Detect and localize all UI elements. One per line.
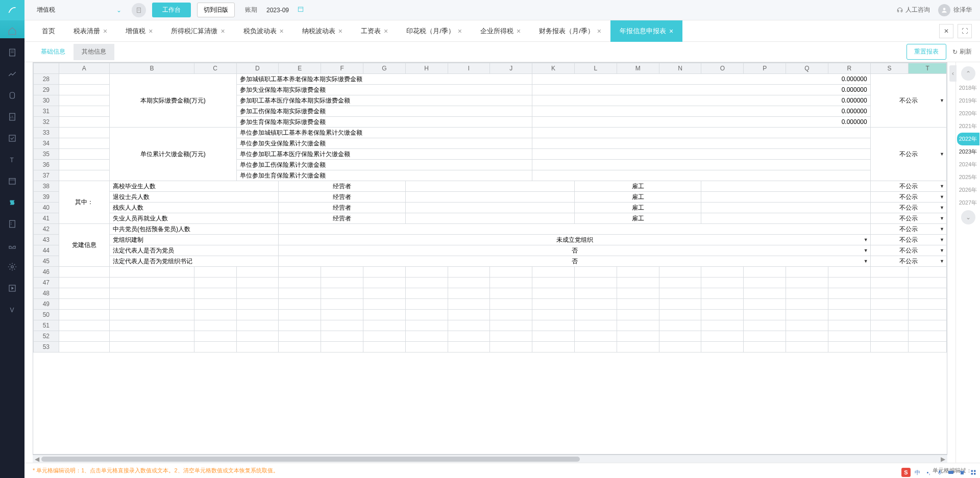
tab-3[interactable]: 所得税汇算清缴× <box>162 20 234 42</box>
col-header-E[interactable]: E <box>279 63 321 74</box>
horizontal-scrollbar[interactable]: ◀ ▶ <box>33 455 947 463</box>
tab-6[interactable]: 工资表× <box>352 20 397 42</box>
tab-4[interactable]: 税负波动表× <box>234 20 293 42</box>
col-header-T[interactable]: T <box>909 63 947 74</box>
col-header-L[interactable]: L <box>575 63 617 74</box>
subtab-1[interactable]: 其他信息 <box>74 44 114 60</box>
col-header-O[interactable]: O <box>701 63 744 74</box>
doc-icon[interactable] <box>132 3 146 17</box>
tab-10[interactable]: 年报信息申报表× <box>610 20 682 42</box>
calendar-icon[interactable] <box>297 6 304 14</box>
svg-rect-11 <box>10 220 15 228</box>
subtab-0[interactable]: 基础信息 <box>33 44 74 60</box>
nav-chart[interactable] <box>0 63 24 85</box>
reset-report-button[interactable]: 重置报表 <box>906 44 946 60</box>
tab-close-icon[interactable]: × <box>280 27 284 35</box>
col-header-K[interactable]: K <box>532 63 575 74</box>
col-header-N[interactable]: N <box>659 63 701 74</box>
tab-close-icon[interactable]: × <box>384 27 388 35</box>
tab-0[interactable]: 首页 <box>33 20 64 42</box>
nav-money[interactable] <box>0 85 24 106</box>
year-2022年[interactable]: 2022年 <box>957 133 979 145</box>
old-version-button[interactable]: 切到旧版 <box>197 3 235 17</box>
nav-doc[interactable] <box>0 42 24 63</box>
svg-rect-27 <box>974 470 976 472</box>
nav-v[interactable]: V <box>0 299 24 320</box>
year-2024年[interactable]: 2024年 <box>957 158 979 171</box>
nav-text[interactable]: T <box>0 149 24 170</box>
user-menu[interactable]: 徐泽华 <box>938 4 972 16</box>
col-header-G[interactable]: G <box>363 63 405 74</box>
year-2019年[interactable]: 2019年 <box>957 94 979 107</box>
tab-close-icon[interactable]: × <box>517 27 521 35</box>
company-selector[interactable]: 增值税 ⌄ <box>33 6 126 14</box>
period-value[interactable]: 2023-09 <box>266 7 289 14</box>
tab-close-icon[interactable]: × <box>669 27 673 35</box>
tab-9[interactable]: 财务报表（月/季）× <box>530 20 610 42</box>
svg-rect-24 <box>939 470 941 473</box>
year-2020年[interactable]: 2020年 <box>957 107 979 120</box>
ime-s-icon[interactable]: S <box>901 468 911 477</box>
ime-zh-icon[interactable]: 中 <box>913 468 922 477</box>
ime-grid-icon[interactable] <box>969 468 978 477</box>
tab-close-icon[interactable]: × <box>458 27 462 35</box>
nav-report[interactable] <box>0 106 24 128</box>
ime-punct-icon[interactable]: •, <box>924 468 933 477</box>
year-2025年[interactable]: 2025年 <box>957 171 979 184</box>
year-down-button[interactable]: ⌄ <box>961 210 975 224</box>
app-logo <box>0 0 24 20</box>
year-panel: ⌃ 2018年2019年2020年2021年2022年2023年2024年202… <box>955 62 980 463</box>
col-header-M[interactable]: M <box>617 63 659 74</box>
tab-close-icon[interactable]: × <box>220 27 225 35</box>
ime-mic-icon[interactable] <box>935 468 944 477</box>
col-header-C[interactable]: C <box>194 63 236 74</box>
col-header-Q[interactable]: Q <box>786 63 828 74</box>
nav-check[interactable] <box>0 128 24 149</box>
col-header-H[interactable]: H <box>405 63 448 74</box>
tab-close-icon[interactable]: × <box>149 27 153 35</box>
col-header-A[interactable]: A <box>59 63 109 74</box>
tab-7[interactable]: 印花税（月/季）× <box>397 20 471 42</box>
col-header-F[interactable]: F <box>321 63 363 74</box>
col-header-J[interactable]: J <box>490 63 532 74</box>
tab-8[interactable]: 企业所得税× <box>471 20 530 42</box>
period-label: 账期 <box>245 6 257 14</box>
tab-close-icon[interactable]: × <box>597 27 601 35</box>
year-2027年[interactable]: 2027年 <box>957 196 979 209</box>
year-2018年[interactable]: 2018年 <box>957 82 979 94</box>
nav-tax[interactable] <box>0 192 24 213</box>
year-2023年[interactable]: 2023年 <box>957 145 979 158</box>
tab-1[interactable]: 税表清册× <box>64 20 116 42</box>
company-select-label: 增值税 <box>37 6 55 14</box>
tab-close-icon[interactable]: × <box>103 27 107 35</box>
col-header-D[interactable]: D <box>236 63 279 74</box>
topbar: 增值税 ⌄ 工作台 切到旧版 账期 2023-09 人工咨询 <box>24 0 980 20</box>
collapse-year-panel[interactable]: ‹ <box>949 65 957 82</box>
nav-inbox[interactable] <box>0 235 24 256</box>
ime-keyboard-icon[interactable] <box>946 468 955 477</box>
nav-home[interactable] <box>0 20 24 42</box>
consult-link[interactable]: 人工咨询 <box>896 6 930 14</box>
expand-tab-button[interactable]: ⛶ <box>958 24 972 38</box>
tab-2[interactable]: 增值税× <box>116 20 162 42</box>
col-header-R[interactable]: R <box>828 63 870 74</box>
col-header-P[interactable]: P <box>744 63 786 74</box>
nav-play[interactable] <box>0 278 24 299</box>
nav-form[interactable] <box>0 213 24 235</box>
col-header-I[interactable]: I <box>448 63 490 74</box>
col-header-B[interactable]: B <box>110 63 194 74</box>
ime-skin-icon[interactable] <box>958 468 967 477</box>
year-2026年[interactable]: 2026年 <box>957 184 979 196</box>
close-tab-button[interactable]: ✕ <box>939 24 953 38</box>
nav-settings[interactable] <box>0 256 24 278</box>
svg-text:T: T <box>10 157 14 164</box>
nav-calendar[interactable] <box>0 170 24 192</box>
year-up-button[interactable]: ⌃ <box>961 66 975 81</box>
tab-5[interactable]: 纳税波动表× <box>293 20 352 42</box>
workspace-button[interactable]: 工作台 <box>152 3 191 17</box>
year-2021年[interactable]: 2021年 <box>957 120 979 133</box>
refresh-button[interactable]: ↻ 刷新 <box>952 47 972 56</box>
col-header-S[interactable]: S <box>870 63 909 74</box>
tab-close-icon[interactable]: × <box>338 27 342 35</box>
spreadsheet[interactable]: ABCDEFGHIJKLMNOPQRST28本期实际缴费金额(万元)参加城镇职工… <box>33 62 947 455</box>
